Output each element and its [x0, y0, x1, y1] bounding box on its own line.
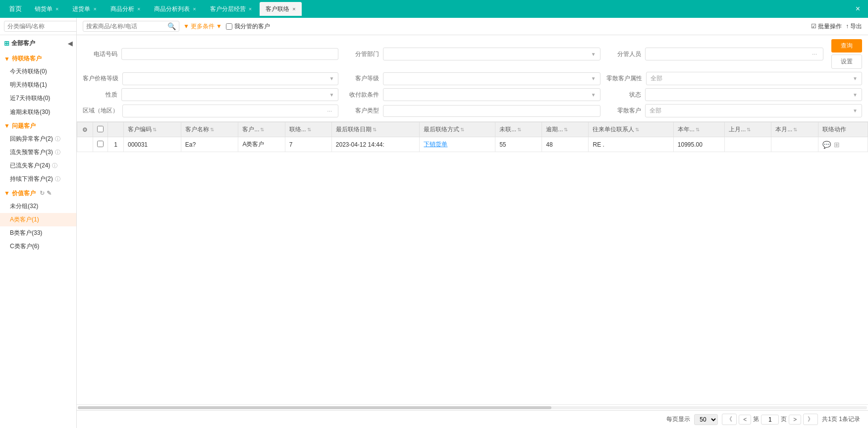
sort-code-icon: ⇅ — [153, 127, 157, 132]
horizontal-scrollbar[interactable] — [77, 404, 868, 410]
price-level-select[interactable]: ▼ — [122, 72, 338, 85]
region-more-icon[interactable]: ··· — [325, 107, 334, 114]
sidebar-item-declining[interactable]: 持续下滑客户(2) ⓘ — [0, 172, 76, 186]
sidebar-item-overdue[interactable]: 逾期未联络(30) — [0, 106, 76, 119]
sidebar-item-tomorrow[interactable]: 明天待联络(1) — [0, 78, 76, 92]
export-button[interactable]: ↑ 导出 — [846, 22, 862, 31]
query-button[interactable]: 查询 — [831, 39, 862, 53]
th-code[interactable]: 客户编码⇅ — [124, 122, 181, 137]
dept-select[interactable]: ▼ — [383, 48, 600, 60]
triangle-icon3: ▼ — [4, 190, 10, 197]
filter-row-phone: 电话号码 — [83, 39, 338, 69]
td-last-contact-way[interactable]: 下销货单 — [420, 137, 495, 152]
sort-nocontact-icon: ⇅ — [517, 127, 521, 132]
th-no-contact[interactable]: 未联...⇅ — [495, 122, 542, 137]
sidebar-item-repurchase-abnormal[interactable]: 回购异常客户(2) ⓘ — [0, 132, 76, 146]
th-visit-contact[interactable]: 往来单位联系人⇅ — [589, 122, 673, 137]
page-number-input[interactable] — [761, 415, 779, 425]
th-last-contact-date[interactable]: 最后联络日期⇅ — [331, 122, 420, 137]
last-contact-way-link[interactable]: 下销货单 — [424, 141, 447, 148]
th-customer-type[interactable]: 客户...⇅ — [238, 122, 285, 137]
sidebar-search-input[interactable] — [4, 21, 77, 32]
th-settings[interactable]: ⚙ — [77, 122, 93, 137]
nav-tab-salelist[interactable]: 销货单 × — [29, 2, 64, 16]
edit-icon[interactable]: ✎ — [47, 190, 52, 197]
sidebar-item-today[interactable]: 今天待联络(0) — [0, 65, 76, 78]
chat-action-icon[interactable]: 💬 — [822, 141, 831, 149]
th-contact-count[interactable]: 联络...⇅ — [285, 122, 331, 137]
filter-icon: ▼ — [183, 23, 189, 30]
settings-button[interactable]: 设置 — [831, 54, 862, 69]
th-this-year[interactable]: 本年...⇅ — [673, 122, 724, 137]
my-customers-checkbox-label[interactable]: 我分管的客户 — [226, 22, 270, 31]
first-page-button[interactable]: 《 — [722, 414, 737, 425]
grid-action-icon[interactable]: ⊞ — [834, 141, 840, 149]
scatter-attr-select[interactable]: 全部 ▼ — [646, 72, 862, 85]
th-last-contact-way[interactable]: 最后联络方式⇅ — [420, 122, 495, 137]
close-purchase-icon[interactable]: × — [93, 6, 96, 12]
close-customer-contact-icon[interactable]: × — [292, 6, 295, 12]
sidebar-all-customers-header[interactable]: ⊞ 全部客户 ◀ — [0, 35, 76, 52]
main-search-input[interactable] — [86, 23, 165, 30]
sort-way-icon: ⇅ — [460, 127, 464, 132]
batch-operation-button[interactable]: ☑ 批量操作 — [811, 22, 842, 31]
td-row-num: 1 — [108, 137, 124, 152]
customer-level-select[interactable]: ▼ — [383, 72, 600, 85]
nav-home[interactable]: 首页 — [4, 4, 27, 13]
price-level-dropdown-arrow: ▼ — [329, 76, 334, 81]
status-select[interactable]: ▼ — [645, 88, 862, 101]
customer-type-input[interactable] — [383, 105, 600, 117]
page-size-select[interactable]: 50 — [694, 414, 718, 425]
nav-tab-customer-stratify[interactable]: 客户分层经营 × — [204, 2, 258, 16]
table-area: ⚙ 客户编码⇅ 客户名称⇅ 客户...⇅ 联络...⇅ 最后联络日期⇅ 最后联络… — [77, 122, 868, 404]
th-name[interactable]: 客户名称⇅ — [181, 122, 238, 137]
page-suffix: 页 — [781, 415, 787, 424]
prev-page-button[interactable]: < — [739, 415, 751, 425]
payment-select[interactable]: ▼ — [383, 88, 600, 101]
customer-level-dropdown-arrow: ▼ — [591, 76, 596, 81]
nature-select[interactable]: ▼ — [121, 88, 338, 101]
table-row: 1 000031 Ea? A类客户 7 2023-04-12 14:44: 下销… — [77, 137, 868, 152]
sidebar-item-class-a[interactable]: A类客户(1) — [0, 213, 76, 226]
nav-tab-goods-analysis[interactable]: 商品分析 × — [105, 2, 146, 16]
status-dropdown-arrow: ▼ — [853, 92, 858, 98]
row-checkbox[interactable] — [97, 141, 104, 147]
info-icon-1: ⓘ — [55, 135, 60, 144]
next-page-button[interactable]: > — [789, 415, 801, 425]
customer-table: ⚙ 客户编码⇅ 客户名称⇅ 客户...⇅ 联络...⇅ 最后联络日期⇅ 最后联络… — [77, 122, 868, 152]
refresh-icon[interactable]: ↻ — [40, 190, 45, 197]
scatter-customer-select[interactable]: 全部 ▼ — [645, 104, 862, 117]
manager-more-icon[interactable]: ··· — [810, 51, 819, 57]
close-goods-analysis-list-icon[interactable]: × — [193, 6, 196, 12]
nav-tab-purchase[interactable]: 进货单 × — [66, 2, 102, 16]
close-customer-stratify-icon[interactable]: × — [249, 6, 252, 12]
last-page-button[interactable]: 》 — [803, 414, 818, 425]
phone-input[interactable] — [121, 48, 338, 60]
th-this-month[interactable]: 本月...⇅ — [771, 122, 818, 137]
nav-tab-customer-contact[interactable]: 客户联络 × — [260, 2, 301, 16]
sidebar-item-unclassified[interactable]: 未分组(32) — [0, 200, 76, 213]
th-overdue[interactable]: 逾期...⇅ — [542, 122, 589, 137]
more-filter-button[interactable]: ▼ 更多条件 ▼ — [183, 22, 222, 31]
table-select-all-checkbox[interactable] — [97, 126, 104, 132]
manager-label: 分管人员 — [606, 50, 641, 58]
main-search-icon[interactable]: 🔍 — [167, 22, 176, 30]
close-goods-analysis-icon[interactable]: × — [137, 6, 140, 12]
sidebar-collapse-icon[interactable]: ◀ — [68, 40, 72, 47]
sidebar-item-loss-warning[interactable]: 流失预警客户(3) ⓘ — [0, 146, 76, 159]
sidebar-item-class-b[interactable]: B类客户(33) — [0, 226, 76, 240]
td-action: 💬 ⊞ — [818, 137, 868, 152]
scrollbar-thumb[interactable] — [78, 406, 551, 409]
app-close-button[interactable]: × — [852, 4, 864, 13]
region-select[interactable]: ··· — [122, 105, 338, 117]
nav-tab-goods-analysis-list[interactable]: 商品分析列表 × — [148, 2, 202, 16]
td-customer-type: A类客户 — [238, 137, 285, 152]
sidebar-item-lost[interactable]: 已流失客户(24) ⓘ — [0, 159, 76, 172]
close-salelist-icon[interactable]: × — [55, 6, 58, 12]
action-icons: 💬 ⊞ — [822, 141, 864, 149]
my-customers-checkbox[interactable] — [226, 23, 232, 30]
manager-select[interactable]: ··· — [645, 48, 823, 60]
th-last-month[interactable]: 上月...⇅ — [725, 122, 771, 137]
sidebar-item-7days[interactable]: 近7天待联络(0) — [0, 92, 76, 105]
sidebar-item-class-c[interactable]: C类客户(6) — [0, 240, 76, 253]
